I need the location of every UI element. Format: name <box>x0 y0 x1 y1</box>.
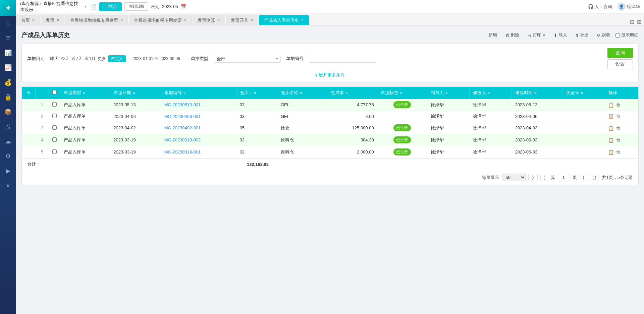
prev-period-button[interactable]: 切到旧版 <box>124 2 148 11</box>
th-warehouse-name[interactable]: 仓库名称⇅ <box>277 87 327 99</box>
tab-invoice-calc-close[interactable]: ✕ <box>217 18 220 22</box>
edit-icon-0[interactable]: 📋 <box>608 102 614 108</box>
th-code[interactable]: 单据编号⇅ <box>161 87 236 99</box>
edit-icon-1[interactable]: 📋 <box>608 114 614 119</box>
show-details-checkbox[interactable] <box>615 33 620 38</box>
show-details-label[interactable]: 显示明细 <box>615 32 639 38</box>
code-link-1[interactable]: MC-20230406-001 <box>164 114 201 119</box>
tab-invoice[interactable]: 发票 ✕ <box>41 15 64 25</box>
export-button[interactable]: ⬆ 导出 <box>573 31 591 40</box>
th-total[interactable]: 总成本⇅ <box>327 87 377 99</box>
th-settings[interactable]: ⚙ <box>22 87 36 99</box>
refresh-button[interactable]: ↻ 刷新 <box>594 31 613 40</box>
select-all-checkbox[interactable] <box>52 90 57 95</box>
row-checkbox-0[interactable] <box>52 102 57 107</box>
sidebar-item-home[interactable]: ⌂ <box>1 17 15 30</box>
shortcut-today[interactable]: 今天 <box>61 56 69 62</box>
sidebar-item-cost[interactable]: 💰 <box>1 76 15 89</box>
column-settings-icon[interactable]: ⚙ <box>25 89 32 96</box>
th-modifier[interactable]: 修改人⇅ <box>470 87 512 99</box>
tab-invoice-close[interactable]: ✕ <box>56 18 59 22</box>
import-button[interactable]: ⬇ 导入 <box>551 31 570 40</box>
support-link[interactable]: 🎧 人工咨询 <box>588 4 612 10</box>
th-type[interactable]: 单据类型⇅ <box>60 87 110 99</box>
filter-settings-button[interactable]: 设置 <box>607 59 633 69</box>
tab-invoice-calc[interactable]: 发票测算 ✕ <box>193 15 225 25</box>
edit-icon-4[interactable]: 📋 <box>608 149 614 155</box>
sidebar-item-inventory[interactable]: 📦 <box>1 105 15 119</box>
workbench-button[interactable]: 工作台 <box>99 2 122 11</box>
code-link-3[interactable]: MC-20230319-002 <box>164 137 201 142</box>
type-select[interactable]: 全部 产品入库单 <box>214 55 281 63</box>
delete-icon-4[interactable]: 🗑 <box>616 149 621 155</box>
tab-invoice-open-close[interactable]: ✕ <box>250 18 253 22</box>
row-checkbox-3[interactable] <box>52 137 57 142</box>
tab-home-close[interactable]: ✕ <box>32 18 35 22</box>
shortcut-yesterday[interactable]: 昨天 <box>50 56 59 62</box>
th-mod-time[interactable]: 修改时间⇅ <box>512 87 562 99</box>
sidebar-item-version[interactable]: V <box>1 179 15 192</box>
edit-icon-2[interactable]: 📋 <box>608 125 614 131</box>
delete-icon-2[interactable]: 🗑 <box>616 125 621 131</box>
th-warehouse-id[interactable]: 仓库...⇅ <box>236 87 277 99</box>
per-page-select[interactable]: 20 50 100 <box>502 174 526 181</box>
code-filter-input[interactable] <box>309 55 376 63</box>
last-page-button[interactable]: ⟩⟩ <box>590 174 599 181</box>
edit-icon-3[interactable]: 📋 <box>608 137 614 143</box>
tab-invoice-open[interactable]: 发票开具 ✕ <box>226 15 258 25</box>
tab-check-output[interactable]: 查看销项增值税专用发票 ✕ <box>65 15 128 25</box>
tab-check-input[interactable]: 查看进项增值税专用发票 ✕ <box>129 15 192 25</box>
cell-check-4[interactable] <box>49 146 60 158</box>
shortcut-1month[interactable]: 近1月 <box>85 56 96 62</box>
code-link-2[interactable]: MC-20230402-001 <box>164 125 201 130</box>
cell-check-1[interactable] <box>49 111 60 122</box>
cell-code-0[interactable]: MC-20230513-001 <box>161 99 236 111</box>
company-selector[interactable]: (库存核算）直播轻捷通信息技术股份... ▼ <box>20 1 87 13</box>
first-page-button[interactable]: ⟨⟨ <box>528 174 538 181</box>
cell-check-2[interactable] <box>49 122 60 134</box>
delete-icon-0[interactable]: 🗑 <box>616 102 621 108</box>
cell-check-3[interactable] <box>49 134 60 146</box>
add-button[interactable]: + 新增 <box>482 31 500 40</box>
shortcut-7days[interactable]: 近7天 <box>71 56 83 62</box>
tab-check-input-close[interactable]: ✕ <box>184 18 187 22</box>
tab-product-history-close[interactable]: ✕ <box>301 18 304 22</box>
sidebar-item-settings2[interactable]: ⚙ <box>1 149 15 163</box>
sidebar-item-video[interactable]: ▶ <box>1 164 15 178</box>
tab-minimize-button[interactable]: ⊟ <box>630 19 634 25</box>
sidebar-item-print2[interactable]: 🖨 <box>1 120 15 133</box>
row-checkbox-2[interactable] <box>52 125 57 130</box>
query-button[interactable]: 查询 <box>607 48 633 58</box>
row-checkbox-1[interactable] <box>52 114 57 118</box>
th-date[interactable]: 单据日期⇅ <box>110 87 161 99</box>
expand-conditions-button[interactable]: ▾ 展开更多条件 <box>315 72 345 78</box>
th-checkbox[interactable] <box>49 87 60 99</box>
cell-code-1[interactable]: MC-20230406-001 <box>161 111 236 122</box>
calendar-icon[interactable]: 📅 <box>181 4 186 9</box>
page-input[interactable] <box>558 174 570 181</box>
shortcut-custom[interactable]: 自定义 <box>108 55 126 62</box>
tab-check-output-close[interactable]: ✕ <box>120 18 123 22</box>
user-info[interactable]: 👤 徐泽华 <box>618 3 640 11</box>
th-status[interactable]: 单据状态⇅ <box>377 87 427 99</box>
sidebar-item-bills[interactable]: ☰ <box>1 32 15 45</box>
next-page-button[interactable]: ⟩ <box>580 174 587 181</box>
th-creator[interactable]: 制单人⇅ <box>427 87 470 99</box>
sidebar-item-chart[interactable]: 📊 <box>1 46 15 60</box>
delete-icon-1[interactable]: 🗑 <box>616 114 621 119</box>
cell-code-3[interactable]: MC-20230319-002 <box>161 134 236 146</box>
tab-product-history[interactable]: 产成品入库单历史 ✕ <box>259 15 309 25</box>
sidebar-item-lock[interactable]: 🔒 <box>1 90 15 104</box>
cell-code-4[interactable]: MC-20230319-001 <box>161 146 236 158</box>
tab-maximize-button[interactable]: ⊞ <box>637 19 641 25</box>
cell-code-2[interactable]: MC-20230402-001 <box>161 122 236 134</box>
prev-page-button[interactable]: ⟨ <box>540 174 548 181</box>
delete-icon-3[interactable]: 🗑 <box>616 137 621 143</box>
code-link-0[interactable]: MC-20230513-001 <box>164 102 201 107</box>
delete-button[interactable]: 🗑 删除 <box>502 31 522 40</box>
print-button[interactable]: 🖨 打印 ▼ <box>525 31 548 40</box>
tab-home[interactable]: 首页 ✕ <box>16 15 40 25</box>
sidebar-item-analysis[interactable]: 📈 <box>1 61 15 74</box>
sidebar-item-cloud[interactable]: ☁ <box>1 135 15 148</box>
th-voucher[interactable]: 凭证号⇅ <box>562 87 605 99</box>
